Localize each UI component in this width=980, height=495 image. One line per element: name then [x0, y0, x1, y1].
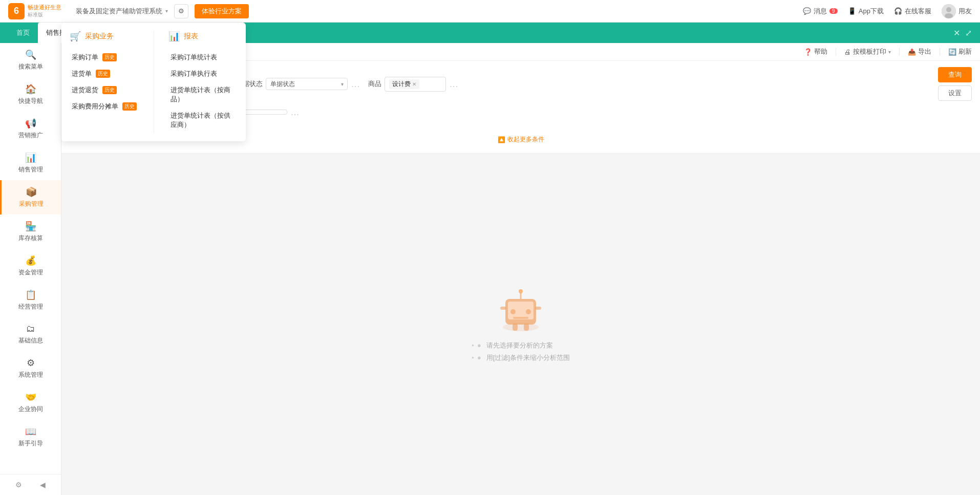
menu-item-purchase-return[interactable]: 进货退货 历史 [70, 82, 139, 98]
refresh-button[interactable]: 🔄 刷新 [948, 47, 972, 56]
sidebar-item-cooperation[interactable]: 🤝 企业协同 [0, 385, 61, 420]
sidebar-item-marketing-label: 营销推广 [18, 131, 43, 140]
tab-home[interactable]: 首页 [8, 23, 38, 43]
menu-item-receipt-stat-goods[interactable]: 进货单统计表（按商品） [168, 82, 238, 107]
operations-icon: 📋 [25, 289, 36, 300]
sidebar-item-marketing[interactable]: 📢 营销推广 [0, 112, 61, 146]
sidebar-settings-btn[interactable]: ⚙ [15, 481, 22, 489]
sidebar-item-search[interactable]: 🔍 搜索菜单 [0, 43, 61, 77]
action-buttons: 查询 设置 [938, 67, 972, 101]
dropdown-menu: 🛒 采购业务 采购订单 历史 进货单 历史 进货退货 历史 采购费用分摊单 历史 [61, 23, 246, 141]
help-icon: ❓ [804, 48, 812, 56]
refresh-icon: 🔄 [948, 48, 956, 56]
tip2-text: 用[过滤]条件来缩小分析范围 [486, 353, 570, 362]
sidebar-collapse-btn[interactable]: ◀ [40, 481, 46, 489]
toolbar-sep3 [940, 48, 940, 56]
message-item[interactable]: 💬 消息 9 [803, 7, 838, 16]
industry-button[interactable]: 体验行业方案 [195, 4, 249, 18]
logo-area: 6 畅捷通好生意 标准版 [8, 3, 70, 19]
system-dropdown-icon[interactable]: ▾ [165, 8, 168, 14]
doc-status-select[interactable]: 单据状态 [266, 78, 348, 90]
menu-item-purchase-order-exec[interactable]: 采购订单执行表 [168, 66, 238, 82]
inventory-icon: 🏪 [25, 221, 36, 232]
sidebar-item-sales[interactable]: 📊 销售管理 [0, 146, 61, 180]
sales-icon: 📊 [25, 152, 36, 163]
collapse-button[interactable]: 🔼 收起更多条件 [495, 132, 547, 147]
goods-tag-close[interactable]: ✕ [412, 81, 416, 87]
empty-tip-1: ● 请先选择要分析的方案 [472, 341, 570, 350]
tabbar-close-icon[interactable]: ✕ [953, 28, 960, 38]
svg-rect-8 [513, 317, 528, 319]
sidebar-item-system[interactable]: ⚙ 系统管理 [0, 351, 61, 385]
sidebar-item-purchase[interactable]: 📦 采购管理 [0, 180, 61, 214]
query-button[interactable]: 查询 [938, 67, 972, 82]
search-icon: 🔍 [25, 49, 36, 60]
purchase-expense-hist: 历史 [122, 102, 137, 111]
goods-tag-filter[interactable]: 设计费 ✕ [385, 77, 446, 92]
sidebar-item-finance-label: 资金管理 [18, 268, 43, 277]
logo-icon: 6 [8, 3, 25, 19]
set-button[interactable]: 设置 [938, 85, 972, 101]
purchase-order-hist: 历史 [102, 53, 117, 61]
app-download-label: App下载 [859, 7, 884, 16]
menu-item-purchase-expense[interactable]: 采购费用分摊单 历史 [70, 98, 139, 115]
service-item[interactable]: 🎧 在线客服 [894, 7, 931, 16]
salesman-more-icon[interactable]: … [290, 107, 300, 118]
sidebar-item-guide[interactable]: 📖 新手引导 [0, 420, 61, 454]
menu-item-purchase-receipt[interactable]: 进货单 历史 [70, 66, 139, 82]
topbar: 6 畅捷通好生意 标准版 装备及固定资产辅助管理系统 ▾ ⚙ 体验行业方案 💬 … [0, 0, 980, 23]
print-button[interactable]: 🖨 按模板打印 ▾ [844, 47, 891, 56]
tabbar-expand-icon[interactable]: ⤢ [965, 28, 972, 38]
main-layout: 🔍 搜索菜单 🏠 快捷导航 📢 营销推广 📊 销售管理 📦 采购管理 🏪 库存核… [0, 43, 980, 495]
logo-title: 畅捷通好生意 [28, 4, 61, 11]
gear-button[interactable]: ⚙ [174, 4, 188, 18]
sidebar-item-finance[interactable]: 💰 资金管理 [0, 249, 61, 283]
sidebar-item-cooperation-label: 企业协同 [18, 405, 43, 414]
toolbar-sep1 [836, 48, 836, 56]
menu-item-receipt-stat-supplier[interactable]: 进货单统计表（按供应商） [168, 107, 238, 133]
svg-rect-11 [500, 307, 506, 310]
goods-label: 商品 [368, 79, 381, 89]
sidebar-item-basic[interactable]: 🗂 基础信息 [0, 317, 61, 351]
sidebar: 🔍 搜索菜单 🏠 快捷导航 📢 营销推广 📊 销售管理 📦 采购管理 🏪 库存核… [0, 43, 61, 495]
user-label: 用友 [958, 7, 972, 16]
sidebar-bottom: ⚙ ◀ [0, 474, 61, 495]
svg-point-10 [519, 289, 523, 293]
purchase-return-label: 进货退货 [72, 85, 98, 95]
svg-rect-12 [535, 307, 541, 310]
export-button[interactable]: 📤 导出 [908, 47, 931, 56]
service-label: 在线客服 [905, 7, 931, 16]
topbar-right: 💬 消息 9 📱 App下载 🎧 在线客服 用友 [803, 4, 972, 18]
empty-tip-2: ● 用[过滤]条件来缩小分析范围 [472, 353, 570, 362]
sidebar-item-inventory[interactable]: 🏪 库存核算 [0, 214, 61, 249]
sidebar-item-basic-label: 基础信息 [18, 336, 43, 345]
tip1-bullet: ● [477, 341, 481, 349]
help-button[interactable]: ❓ 帮助 [804, 47, 827, 56]
sidebar-item-system-label: 系统管理 [18, 371, 43, 379]
menu-item-purchase-order-stat[interactable]: 采购订单统计表 [168, 49, 238, 66]
headset-icon: 🎧 [894, 7, 902, 15]
basic-icon: 🗂 [26, 324, 35, 334]
message-icon: 💬 [803, 7, 811, 15]
guide-icon: 📖 [25, 426, 36, 437]
message-badge: 9 [829, 8, 838, 14]
goods-more-icon[interactable]: … [449, 79, 458, 90]
user-avatar [942, 4, 956, 18]
logo-subtitle: 标准版 [28, 11, 61, 18]
sidebar-item-quicknav[interactable]: 🏠 快捷导航 [0, 77, 61, 112]
tabbar-right: ✕ ⤢ [953, 28, 972, 38]
collapse-up-icon: 🔼 [498, 136, 505, 143]
purchase-section-title: 采购业务 [85, 32, 114, 41]
purchase-receipt-label: 进货单 [72, 69, 92, 78]
menu-item-purchase-order[interactable]: 采购订单 历史 [70, 49, 139, 66]
sidebar-item-operations[interactable]: 📋 经营管理 [0, 283, 61, 317]
menu-section-report-header: 📊 报表 [168, 31, 238, 42]
user-item[interactable]: 用友 [942, 4, 972, 18]
receipt-stat-supplier-label: 进货单统计表（按供应商） [171, 111, 236, 130]
sidebar-item-search-label: 搜索菜单 [18, 62, 43, 71]
doc-status-more-icon[interactable]: … [351, 79, 360, 90]
purchase-section-icon: 🛒 [70, 31, 81, 42]
app-download-item[interactable]: 📱 App下载 [848, 7, 884, 16]
sidebar-item-purchase-label: 采购管理 [19, 200, 44, 208]
export-label: 导出 [918, 47, 931, 56]
